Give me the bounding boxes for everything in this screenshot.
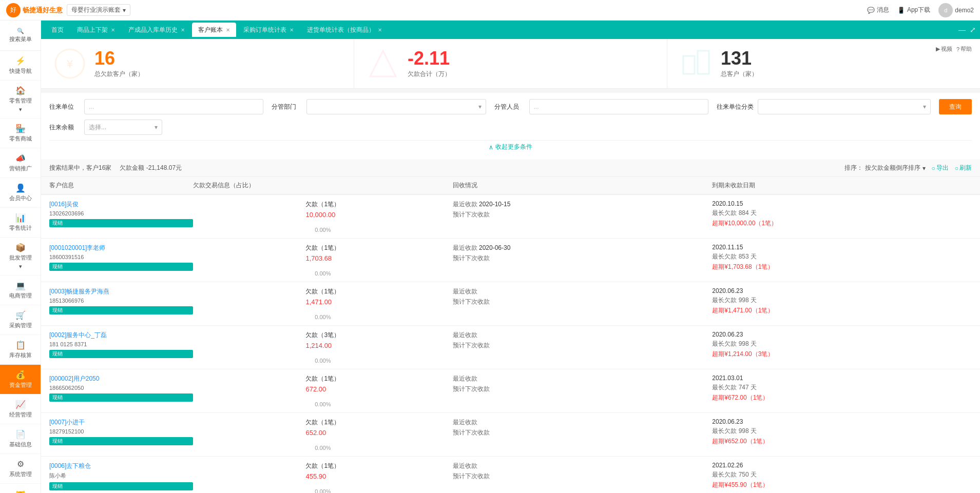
customer-name-link-5[interactable]: [0007]小进干 [49, 418, 193, 427]
debt-amount-number: -2.11 [408, 49, 451, 68]
stat-card-debt-customers: ¥ 16 总欠款客户（家） [41, 39, 354, 88]
unit-category-dropdown[interactable]: ▾ [758, 99, 931, 114]
customer-name-link-0[interactable]: [0016]吴俊 [49, 200, 193, 209]
message-btn[interactable]: 💬 消息 [867, 6, 889, 14]
debt-amount-2[interactable]: 1,471.00 [305, 298, 340, 306]
customer-phone-6: 陈小希 [49, 472, 193, 480]
collection-info-3: 最近收款 预计下次收款 [453, 331, 713, 364]
table-row: [0001020001]李老师 18600391516 现销 欠款（1笔） 1,… [41, 239, 980, 282]
sidebar-item-basic-info[interactable]: 📄 基础信息 [0, 424, 41, 454]
customer-tag-5: 现销 [49, 437, 193, 445]
tab-close-icon[interactable]: ✕ [111, 27, 115, 33]
from-unit-input[interactable]: ... [84, 99, 263, 114]
table-header: 客户信息 欠款交易信息（占比） 回收情况 到期未收款日期 [41, 177, 980, 195]
collection-info-2: 最近收款 预计下次收款 [453, 287, 713, 320]
debt-count-0: 欠款（1笔） [305, 200, 340, 209]
debt-amount-1[interactable]: 1,703.68 [305, 254, 340, 262]
tab-product-history[interactable]: 产成品入库单历史 ✕ [122, 23, 191, 37]
customer-name-link-6[interactable]: [0006]去下粮仓 [49, 462, 193, 470]
chevron-up-icon: ∧ [489, 144, 493, 151]
help-btn[interactable]: ? 帮助 [956, 45, 972, 53]
debt-info-0: 欠款（1笔） 10,000.00 0.00% [193, 200, 453, 233]
overdue-amount-link-4[interactable]: 超期¥672.00（1笔） [712, 393, 972, 402]
stats-row: ¥ 16 总欠款客户（家） -2.11 欠款合计（万） [41, 39, 980, 89]
overdue-amount-link-0[interactable]: 超期¥10,000.00（1笔） [712, 219, 972, 228]
customer-name-link-1[interactable]: [0001020001]李老师 [49, 244, 193, 252]
sidebar-item-retail-mgmt[interactable]: 🏠 零售管理 ▾ [0, 81, 41, 119]
tab-product-off[interactable]: 商品上下架 ✕ [71, 23, 121, 37]
sidebar-item-retail-stats[interactable]: 📊 零售统计 [0, 208, 41, 238]
customer-name-link-4[interactable]: [000002]用户2050 [49, 374, 193, 383]
overdue-amount-link-6[interactable]: 超期¥455.90（1笔） [712, 481, 972, 489]
layout: 🔍 搜索菜单 ⚡ 快捷导航 🏠 零售管理 ▾ 🏪 零售商城 📣 营销推广 👤 会… [0, 21, 980, 493]
tab-collapse-btn[interactable]: — [958, 26, 966, 34]
debt-amount-3[interactable]: 1,214.00 [305, 342, 340, 349]
table-row: [0002]服务中心_丁磊 181 0125 8371 现销 欠款（3笔） 1,… [41, 326, 980, 369]
total-customers-icon [680, 47, 713, 80]
debt-amount-4[interactable]: 672.00 [305, 385, 340, 393]
overdue-info-0: 2020.10.15 最长欠款 884 天 超期¥10,000.00（1笔） [712, 200, 972, 233]
overdue-amount-link-2[interactable]: 超期¥1,471.00（1笔） [712, 306, 972, 315]
sidebar-item-finance[interactable]: 💰 资金管理 [0, 365, 41, 395]
tab-home[interactable]: 首页 [45, 23, 70, 37]
sidebar-item-operations[interactable]: 📈 经营管理 [0, 395, 41, 424]
tab-purchase-stats[interactable]: 进货单统计表（按商品） ✕ [301, 23, 388, 37]
filter-section: 往来单位 ... 分管部门 ▾ 分管人员 [41, 93, 980, 160]
tab-customer-account[interactable]: 客户账本 ✕ [192, 23, 236, 37]
tab-close-icon[interactable]: ✕ [226, 27, 230, 33]
collection-info-5: 最近收款 预计下次收款 [453, 418, 713, 451]
collection-info-1: 最近收款 2020-06-30 预计下次收款 [453, 244, 713, 277]
col-customer-info: 客户信息 [49, 181, 193, 190]
sidebar-item-inventory[interactable]: 📋 库存核算 [0, 335, 41, 365]
debt-amount-6[interactable]: 455.90 [305, 472, 340, 480]
store-select[interactable]: 母婴行业演示账套 ▾ [67, 4, 130, 16]
customer-name-link-3[interactable]: [0002]服务中心_丁磊 [49, 331, 193, 340]
debt-amount-icon [367, 47, 399, 80]
tab-expand-btn[interactable]: ⤢ [970, 26, 976, 34]
debt-amount-0[interactable]: 10,000.00 [305, 211, 340, 219]
table-row: [0007]小进干 18279152100 现销 欠款（1笔） 652.00 0… [41, 413, 980, 457]
sidebar-item-enterprise[interactable]: 🤝 企业协同 [0, 484, 41, 493]
video-help-btn[interactable]: ▶ 视频 [936, 45, 952, 53]
overdue-amount-link-1[interactable]: 超期¥1,703.68（1笔） [712, 263, 972, 271]
debt-total: 欠款金额 -21,148.07元 [120, 164, 182, 172]
sidebar-item-purchase[interactable]: 🛒 采购管理 [0, 305, 41, 335]
sidebar-item-marketing[interactable]: 📣 营销推广 [0, 148, 41, 178]
balance-dropdown[interactable]: 选择... ▾ [84, 120, 162, 135]
table-row: [0003]畅捷服务尹海燕 18513066976 现销 欠款（1笔） 1,47… [41, 282, 980, 326]
sidebar-search-area: 🔍 搜索菜单 [0, 21, 41, 51]
debt-info-2: 欠款（1笔） 1,471.00 0.00% [193, 287, 453, 320]
customer-name-link-2[interactable]: [0003]畅捷服务尹海燕 [49, 287, 193, 296]
overdue-info-5: 2020.06.23 最长欠款 998 天 超期¥652.00（1笔） [712, 418, 972, 451]
logo-area: 好 畅捷通好生意 [6, 3, 63, 17]
debt-amount-5[interactable]: 652.00 [305, 429, 340, 437]
collapse-filter-btn[interactable]: ∧ 收起更多条件 [49, 140, 972, 153]
customer-tag-6: 现销 [49, 482, 193, 490]
sidebar-item-batch-mgmt[interactable]: 📦 批发管理 ▾ [0, 238, 41, 275]
sidebar-item-retail-mall[interactable]: 🏪 零售商城 [0, 119, 41, 148]
user-menu[interactable]: d demo2 [938, 3, 974, 17]
quick-nav-icon: ⚡ [15, 56, 26, 66]
store-name: 母婴行业演示账套 [71, 6, 121, 14]
overdue-amount-link-3[interactable]: 超期¥1,214.00（3笔） [712, 350, 972, 359]
sidebar-item-quick-nav[interactable]: ⚡ 快捷导航 [0, 51, 41, 81]
tab-close-icon[interactable]: ✕ [290, 27, 294, 33]
export-btn[interactable]: ○ 导出 [932, 164, 949, 172]
search-menu-btn[interactable]: 🔍 搜索菜单 [0, 25, 41, 46]
sidebar-item-member[interactable]: 👤 会员中心 [0, 178, 41, 208]
tab-close-icon[interactable]: ✕ [378, 27, 382, 33]
svg-rect-3 [683, 56, 695, 74]
query-button[interactable]: 查询 [939, 99, 972, 114]
debt-info-1: 欠款（1笔） 1,703.68 0.00% [193, 244, 453, 277]
app-download-btn[interactable]: 📱 App下载 [897, 6, 930, 14]
main-content: 首页 商品上下架 ✕ 产成品入库单历史 ✕ 客户账本 ✕ 采购订单统计表 ✕ 进… [41, 21, 980, 493]
tab-close-icon[interactable]: ✕ [181, 27, 185, 33]
sort-select[interactable]: 排序： 按欠款金额倒序排序 ▾ [844, 164, 926, 172]
manager-input[interactable]: ... [529, 99, 708, 114]
dept-dropdown[interactable]: ▾ [306, 99, 486, 114]
sidebar-item-system[interactable]: ⚙ 系统管理 [0, 454, 41, 484]
sidebar-item-ecommerce[interactable]: 💻 电商管理 [0, 275, 41, 305]
overdue-amount-link-5[interactable]: 超期¥652.00（1笔） [712, 437, 972, 446]
refresh-btn[interactable]: ○ 刷新 [955, 164, 972, 172]
tab-purchase-summary[interactable]: 采购订单统计表 ✕ [237, 23, 300, 37]
